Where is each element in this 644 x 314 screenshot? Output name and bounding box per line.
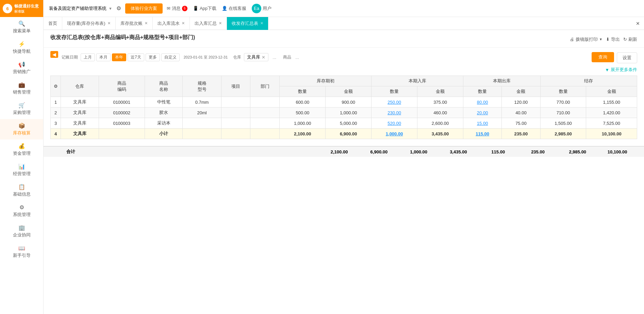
td-in-amt: 2,600.00 <box>417 118 463 129</box>
out-qty-link[interactable]: 15.00 <box>477 121 488 126</box>
td-in-qty[interactable]: 230.00 <box>371 108 417 118</box>
sidebar-item-quick-nav[interactable]: ⚡ 快捷导航 <box>0 37 43 58</box>
sidebar-item-finance[interactable]: 💰 资金管理 <box>0 139 43 160</box>
tab-home[interactable]: 首页 <box>44 17 62 30</box>
sidebar-item-guide[interactable]: 📖 新手引导 <box>0 242 43 262</box>
system-title-dropdown[interactable]: 装备及固定资产辅助管理系统 ▼ <box>49 5 112 12</box>
purchase-icon: 🛒 <box>18 102 25 109</box>
messages-action[interactable]: ✉ 消息 6 <box>167 5 187 12</box>
th-in-amt: 金额 <box>417 86 463 97</box>
in-qty-link[interactable]: 230.00 <box>387 110 401 115</box>
sidebar-item-inventory[interactable]: 📦 库存核算 <box>0 119 43 139</box>
out-qty-link[interactable]: 80.00 <box>477 100 488 105</box>
app-name: 畅捷通好生意 <box>14 3 39 9</box>
query-btn[interactable]: 查询 <box>592 52 614 62</box>
app-edition: 标准版 <box>14 9 39 14</box>
date-btn-this-year[interactable]: 本年 <box>112 53 126 61</box>
td-warehouse: 文具库 <box>61 118 99 129</box>
sidebar-item-label: 资金管理 <box>13 150 31 156</box>
sidebar-item-basic-info[interactable]: 📋 基础信息 <box>0 180 43 201</box>
tab-inout-summary[interactable]: 出入库汇总 ✕ <box>190 17 227 30</box>
tab-inout-flow[interactable]: 出入库流水 ✕ <box>153 17 190 30</box>
tab-home-label: 首页 <box>48 20 57 27</box>
tab-close-inout-flow[interactable]: ✕ <box>182 21 185 26</box>
th-project: 项目 <box>221 76 250 97</box>
gear-settings-icon[interactable]: ⚙ <box>116 5 121 12</box>
refresh-btn[interactable]: ↻ 刷新 <box>623 36 637 43</box>
td-goods-spec: 20ml <box>183 108 221 118</box>
tab-batch-ledger[interactable]: 库存批次账 ✕ <box>116 17 153 30</box>
in-qty-link[interactable]: 250.00 <box>387 100 401 105</box>
td-out-qty[interactable]: 80.00 <box>463 97 501 108</box>
sidebar-item-sales[interactable]: 💼 销售管理 <box>0 78 43 99</box>
td-no: 3 <box>51 118 61 129</box>
main-area: 装备及固定资产辅助管理系统 ▼ ⚙ 体验行业方案 ✉ 消息 6 📱 App下载 … <box>44 0 644 314</box>
page-header: 收发存汇总表(按仓库+商品编码+商品+规格型号+项目+部门) 🖨 拨镜版打印 ▼… <box>44 30 644 48</box>
export-btn[interactable]: ⬇ 导出 <box>606 36 620 43</box>
out-qty-link[interactable]: 20.00 <box>477 110 488 115</box>
th-out-amt: 金额 <box>502 86 540 97</box>
td-in-qty[interactable]: 520.00 <box>371 118 417 129</box>
warehouse-filter-section: 仓库 文具库 ✕ ... <box>233 53 278 61</box>
date-btn-7days[interactable]: 近7天 <box>128 53 144 61</box>
experience-btn[interactable]: 体验行业方案 <box>125 3 163 14</box>
footer-label: 合计 <box>61 149 81 155</box>
in-qty-link[interactable]: 520.00 <box>387 121 401 126</box>
warehouse-tag[interactable]: 文具库 ✕ <box>244 53 268 61</box>
td-in-qty[interactable]: 1,000.00 <box>371 129 417 139</box>
td-opening-qty: 500.00 <box>280 108 326 118</box>
sidebar-logo: 6 畅捷通好生意 标准版 <box>0 0 43 17</box>
online-service-action[interactable]: 👤 在线客服 <box>222 5 246 12</box>
tab-close-batch-ledger[interactable]: ✕ <box>145 21 148 26</box>
td-out-qty[interactable]: 20.00 <box>463 108 501 118</box>
td-out-qty[interactable]: 15.00 <box>463 118 501 129</box>
th-group-out: 本期出库 <box>463 76 540 86</box>
date-btn-more[interactable]: 更多 <box>146 53 160 61</box>
tab-close-inventory-dist[interactable]: ✕ <box>108 21 111 26</box>
expand-filter-btn[interactable]: ▼ 展开更多条件 <box>605 67 637 73</box>
topbar: 装备及固定资产辅助管理系统 ▼ ⚙ 体验行业方案 ✉ 消息 6 📱 App下载 … <box>44 0 644 17</box>
date-buttons: 上月 本月 本年 近7天 更多 自定义 <box>81 53 180 61</box>
tab-inventory-dist[interactable]: 现存量(库存分布表) ✕ <box>62 17 116 30</box>
sidebar-item-label: 库存核算 <box>13 130 31 136</box>
th-group-in: 本期入库 <box>371 76 463 86</box>
user-action[interactable]: Ea 用户 <box>252 4 271 13</box>
search-menu-icon: 🔍 <box>18 20 25 27</box>
date-btn-custom[interactable]: 自定义 <box>161 53 180 61</box>
collapse-filter-btn[interactable]: ◀ <box>50 51 58 58</box>
app-download-action[interactable]: 📱 App下载 <box>193 5 216 12</box>
tab-close-receipt-summary[interactable]: ✕ <box>260 21 263 26</box>
tab-receipt-summary[interactable]: 收发存汇总表 ✕ <box>227 17 268 30</box>
tab-close-all-icon[interactable]: ✕ <box>632 21 644 26</box>
warehouse-tag-close-icon[interactable]: ✕ <box>262 55 265 60</box>
page: 收发存汇总表(按仓库+商品编码+商品+规格型号+项目+部门) 🖨 拨镜版打印 ▼… <box>44 30 644 314</box>
date-btn-this-month[interactable]: 本月 <box>96 53 111 61</box>
sidebar-item-enterprise[interactable]: 🏢 企业协同 <box>0 221 43 242</box>
warehouse-more-icon[interactable]: ... <box>271 55 278 60</box>
tab-inventory-dist-label: 现存量(库存分布表) <box>67 20 105 27</box>
sidebar-item-search-menu[interactable]: 🔍 搜索菜单 <box>0 17 43 37</box>
tab-inout-flow-label: 出入库流水 <box>158 20 180 27</box>
finance-icon: 💰 <box>18 143 25 149</box>
td-out-amt: 40.00 <box>502 108 540 118</box>
print-btn[interactable]: 🖨 拨镜版打印 ▼ <box>570 36 602 43</box>
sidebar-item-operation[interactable]: 📊 经营管理 <box>0 160 43 180</box>
goods-more-icon[interactable]: ... <box>294 55 300 60</box>
sidebar-item-label: 企业协同 <box>13 232 31 238</box>
date-filter-section: 记账日期 上月 本月 本年 近7天 更多 自定义 2023-01-01 至 20… <box>62 53 228 61</box>
date-btn-last-month[interactable]: 上月 <box>81 53 95 61</box>
refresh-label: 刷新 <box>628 36 637 43</box>
tab-close-inout-summary[interactable]: ✕ <box>219 21 222 26</box>
sidebar-item-purchase[interactable]: 🛒 采购管理 <box>0 99 43 119</box>
td-in-qty[interactable]: 250.00 <box>371 97 417 108</box>
td-goods-spec: 0.7mm <box>183 97 221 108</box>
goods-filter-section: 商品 ... <box>283 54 300 60</box>
sidebar-item-marketing[interactable]: 📢 营销推广 <box>0 58 43 78</box>
footer-in-amt: 3,435.00 <box>439 149 478 154</box>
td-out-qty[interactable]: 115.00 <box>463 129 501 139</box>
goods-filter-label: 商品 <box>283 54 291 60</box>
tab-inout-summary-label: 出入库汇总 <box>195 20 217 27</box>
settings-btn[interactable]: 设置 <box>617 52 637 63</box>
sidebar-item-system[interactable]: ⚙ 系统管理 <box>0 201 43 221</box>
th-settings[interactable]: ⚙ <box>51 76 61 97</box>
